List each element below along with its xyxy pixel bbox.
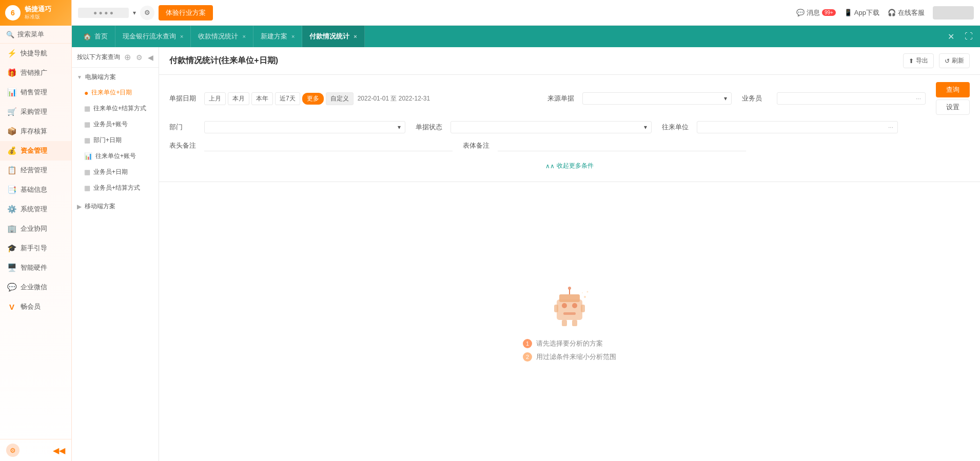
finance-icon: 💰: [7, 146, 16, 155]
headset-icon: 🎧: [888, 9, 896, 16]
sidebar-item-inventory[interactable]: 📦 库存核算: [0, 122, 71, 141]
scheme-mobile-label: 移动端方案: [85, 202, 115, 211]
sidebar-item-sales[interactable]: 📊 销售管理: [0, 83, 71, 102]
member-icon: V: [7, 303, 16, 311]
staff-select[interactable]: ···: [777, 92, 926, 105]
scheme-desktop-header[interactable]: ▼ 电脑端方案: [72, 70, 159, 85]
sidebar-item-enterprise[interactable]: 🏢 企业协同: [0, 219, 71, 238]
partner-select[interactable]: ···: [697, 121, 898, 133]
scheme-item-staff-date[interactable]: ▦ 业务员+日期: [72, 164, 159, 180]
settings-footer-icon[interactable]: ⚙: [6, 444, 19, 457]
body-note-label: 表体备注: [463, 141, 494, 150]
sidebar-item-label: 畅会员: [21, 302, 41, 311]
date-btn-custom[interactable]: 自定义: [326, 92, 354, 105]
scheme-item-unit-account[interactable]: 📊 往来单位+账号: [72, 148, 159, 164]
company-dropdown-icon[interactable]: ▾: [133, 9, 136, 16]
message-button[interactable]: 💬 消息 99+: [796, 8, 836, 17]
sidebar-item-label: 智能硬件: [21, 263, 47, 272]
date-btn-7days[interactable]: 近7天: [275, 92, 300, 105]
date-btn-this-month[interactable]: 本月: [228, 92, 249, 105]
source-select[interactable]: ▾: [582, 92, 732, 105]
sidebar-item-basic-info[interactable]: 📑 基础信息: [0, 180, 71, 199]
empty-hint-1: 1 请先选择要分析的方案: [523, 339, 616, 348]
dept-select[interactable]: ▾: [204, 121, 405, 133]
scheme-mobile-section[interactable]: ▶ 移动端方案: [72, 198, 159, 215]
header-note-input[interactable]: [204, 139, 453, 151]
sidebar-collapse-button[interactable]: ◀◀: [53, 446, 65, 455]
sidebar-item-guide[interactable]: 🎓 新手引导: [0, 238, 71, 258]
sidebar-item-purchase[interactable]: 🛒 采购管理: [0, 102, 71, 122]
date-btn-more[interactable]: 更多: [302, 93, 324, 105]
tab-label: 收款情况统计: [198, 32, 238, 41]
tab-receipt-stats[interactable]: 收款情况统计 ×: [191, 26, 253, 47]
user-avatar[interactable]: [933, 6, 974, 19]
sidebar-item-system[interactable]: ⚙️ 系统管理: [0, 199, 71, 219]
grid-icon: ▦: [84, 105, 90, 112]
tab-payment-stats[interactable]: 付款情况统计 ×: [302, 26, 364, 47]
query-button[interactable]: 查询: [936, 82, 970, 97]
scheme-collapse-icon[interactable]: ◀: [148, 53, 153, 62]
tab-expand-button[interactable]: ⛶: [962, 31, 976, 42]
refresh-button[interactable]: ↺ 刷新: [939, 53, 970, 68]
sidebar-item-marketing[interactable]: 🎁 营销推广: [0, 63, 71, 83]
right-content: 付款情况统计(往来单位+日期) ⬆ 导出 ↺ 刷新 单: [159, 47, 980, 461]
settings-button[interactable]: 设置: [936, 99, 970, 115]
svg-rect-7: [562, 320, 567, 326]
svg-point-2: [562, 303, 567, 308]
status-select[interactable]: ▾: [450, 121, 652, 133]
grid-icon: ▦: [84, 184, 90, 192]
sidebar-search[interactable]: 🔍 搜索菜单: [0, 26, 71, 44]
sidebar-item-hardware[interactable]: 🖥️ 智能硬件: [0, 258, 71, 277]
trial-button[interactable]: 体验行业方案: [159, 5, 213, 21]
message-badge: 99+: [822, 9, 836, 16]
sidebar-nav: ⚡ 快捷导航 🎁 营销推广 📊 销售管理 🛒 采购管理 📦 库存核算 💰 资金管…: [0, 44, 71, 439]
app-label: App下载: [854, 8, 879, 17]
search-icon: 🔍: [6, 31, 14, 38]
tabbar: 🏠 首页 现金银行流水查询 × 收款情况统计 × 新建方案 × 付款情况统计 ×…: [72, 26, 980, 47]
tab-close-payment-stats[interactable]: ×: [354, 33, 357, 39]
scheme-item-staff-account[interactable]: ▦ 业务员+账号: [72, 116, 159, 132]
sidebar-item-operation[interactable]: 📋 经营管理: [0, 161, 71, 180]
sidebar-item-quick-nav[interactable]: ⚡ 快捷导航: [0, 44, 71, 63]
logo-icon: 6: [5, 5, 21, 21]
tab-close-cash-flow[interactable]: ×: [180, 33, 183, 39]
tab-close-all-button[interactable]: ✕: [945, 31, 957, 43]
scheme-item-staff-settle[interactable]: ▦ 业务员+结算方式: [72, 180, 159, 196]
scheme-item-dept-date[interactable]: ▦ 部门+日期: [72, 132, 159, 148]
scheme-add-icon[interactable]: ⊕: [124, 52, 131, 62]
date-btn-this-year[interactable]: 本年: [251, 92, 273, 105]
scheme-item-unit-settle[interactable]: ▦ 往来单位+结算方式: [72, 101, 159, 116]
filter-row-2: 部门 ▾ 单据状态 ▾ 往来单位: [169, 121, 970, 133]
tab-cash-flow[interactable]: 现金银行流水查询 ×: [115, 26, 191, 47]
page-actions: ⬆ 导出 ↺ 刷新: [903, 53, 970, 68]
tab-close-receipt-stats[interactable]: ×: [242, 33, 245, 39]
body-note-input[interactable]: [498, 139, 746, 151]
hint-text-2: 用过滤条件来缩小分析范围: [536, 352, 616, 362]
dept-label: 部门: [169, 123, 200, 132]
online-service-button[interactable]: 🎧 在线客服: [888, 8, 925, 17]
collapse-label: 收起更多条件: [557, 162, 594, 170]
scheme-item-label: 业务员+结算方式: [93, 184, 140, 192]
system-icon: ⚙️: [7, 205, 16, 214]
app-download-button[interactable]: 📱 App下载: [844, 8, 879, 17]
sidebar-item-finance[interactable]: 💰 资金管理: [0, 141, 71, 161]
refresh-icon: ↺: [945, 57, 950, 65]
scheme-settings-icon[interactable]: ⚙: [136, 53, 143, 62]
scheme-item-unit-date[interactable]: ● 往来单位+日期: [72, 85, 159, 101]
collapse-more-button[interactable]: ∧∧ 收起更多条件: [169, 157, 970, 174]
sidebar-item-member[interactable]: V 畅会员: [0, 297, 71, 316]
sidebar-item-weixin[interactable]: 💬 企业微信: [0, 277, 71, 297]
tab-home[interactable]: 🏠 首页: [76, 26, 115, 47]
settings-gear-button[interactable]: ⚙: [140, 6, 154, 20]
export-button[interactable]: ⬆ 导出: [903, 53, 934, 68]
page-title: 付款情况统计(往来单位+日期): [169, 55, 903, 66]
filter-body-note-cell: 表体备注: [463, 139, 746, 151]
tab-new-scheme[interactable]: 新建方案 ×: [253, 26, 302, 47]
header-note-label: 表头备注: [169, 141, 200, 150]
tab-close-new-scheme[interactable]: ×: [291, 33, 295, 39]
content-area: 按以下方案查询 ⊕ ⚙ ◀ ▼ 电脑端方案 ● 往来单位+日期 ▦ 往来单位+结…: [72, 47, 980, 461]
operation-icon: 📋: [7, 166, 16, 175]
svg-rect-6: [581, 305, 585, 312]
svg-point-12: [587, 291, 589, 293]
date-btn-last-month[interactable]: 上月: [204, 92, 226, 105]
